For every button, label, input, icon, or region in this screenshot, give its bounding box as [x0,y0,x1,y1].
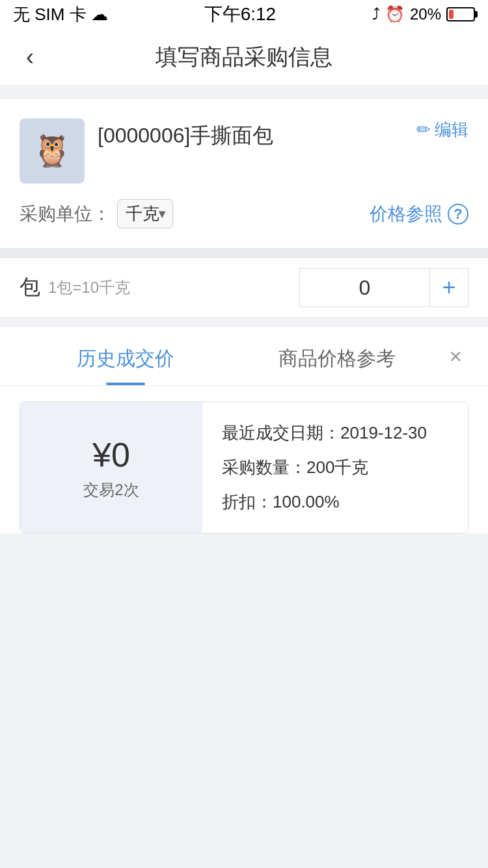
history-discount-row: 折扣：100.00% [222,489,448,515]
back-button[interactable]: ‹ [20,37,40,77]
qty-conversion: 1包=10千克 [48,277,130,298]
unit-text: 采购单位： [20,202,111,226]
unit-select[interactable]: 千克 [117,199,173,228]
history-qty-row: 采购数量：200千克 [222,455,448,480]
status-bar: 无 SIM 卡 ☁ 下午6:12 ⤴ ⏰ 20% [0,0,488,29]
alarm-icon: ⏰ [385,5,405,23]
battery-icon [446,7,475,21]
unit-label: 采购单位： 千克 [20,199,173,228]
navigation-icon: ⤴ [372,5,380,23]
discount-label: 折扣： [222,492,273,511]
close-button[interactable]: × [442,331,468,382]
discount-value: 100.00% [273,492,340,511]
header: ‹ 填写商品采购信息 [0,29,488,86]
price-ref-label: 价格参照 [370,202,442,226]
date-label: 最近成交日期： [222,423,340,442]
battery-percent: 20% [410,5,441,23]
date-value: 2019-12-30 [340,423,427,442]
network-label: 无 SIM 卡 ☁ [13,3,108,26]
product-thumbnail: 🦉 [20,118,85,183]
qty-unit: 包 [20,273,40,302]
quantity-plus-button[interactable]: + [429,268,468,307]
product-card: 🦉 [0000006]手撕面包 ✏ 编辑 采购单位： 千克 价格参照 ? [0,99,488,248]
edit-button[interactable]: ✏ 编辑 [416,118,468,141]
tabs-header: 历史成交价 商品价格参考 × [0,327,488,386]
history-details: 最近成交日期：2019-12-30 采购数量：200千克 折扣：100.00% [202,402,468,533]
qty-detail-label: 采购数量： [222,457,306,477]
product-name: [0000006]手撕面包 [98,118,273,150]
quantity-input[interactable]: 0 [299,268,429,307]
edit-icon: ✏ [416,120,431,140]
status-right: ⤴ ⏰ 20% [372,5,475,23]
quantity-row: 包 1包=10千克 0 + [0,258,488,317]
status-time: 下午6:12 [204,2,277,27]
edit-label: 编辑 [435,118,468,141]
history-summary: ¥0 交易2次 [20,402,202,533]
status-left: 无 SIM 卡 ☁ [13,3,108,26]
history-card: ¥0 交易2次 最近成交日期：2019-12-30 采购数量：200千克 折扣：… [20,401,468,534]
history-transactions: 交易2次 [83,480,139,500]
history-date-row: 最近成交日期：2019-12-30 [222,420,448,446]
tab-product-price-ref[interactable]: 商品价格参考 [231,327,442,385]
product-logo-icon: 🦉 [33,133,72,169]
section-divider [0,248,488,258]
tabs-section: 历史成交价 商品价格参考 × ¥0 交易2次 最近成交日期：2019-12-30… [0,327,488,534]
price-ref-button[interactable]: 价格参照 ? [370,202,468,226]
tab-history-price[interactable]: 历史成交价 [20,327,231,385]
quantity-controls: 0 + [299,268,468,307]
help-icon: ? [448,204,468,224]
quantity-label: 包 1包=10千克 [20,273,130,302]
qty-detail-value: 200千克 [306,457,368,477]
page-title: 填写商品采购信息 [156,42,332,72]
unit-select-wrapper[interactable]: 千克 [117,199,173,228]
history-price: ¥0 [92,435,130,474]
